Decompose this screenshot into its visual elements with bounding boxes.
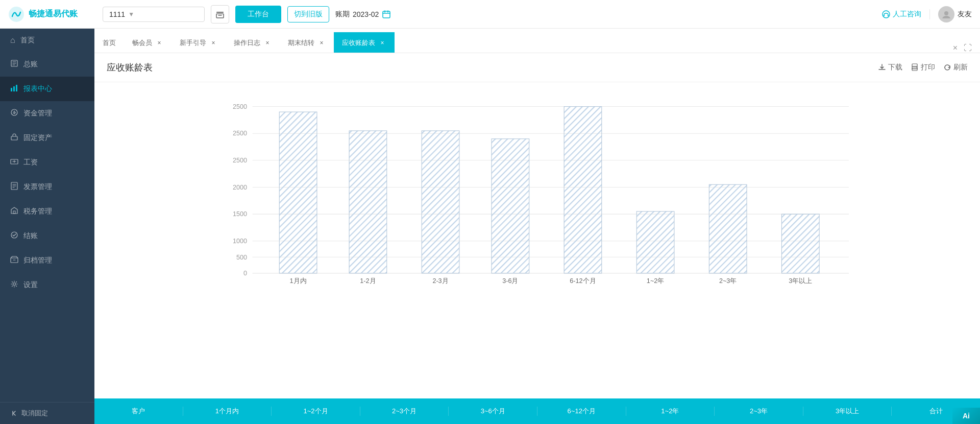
print-label: 打印 [921, 63, 935, 72]
svg-point-4 [883, 11, 890, 18]
period-info: 账期 2023-02 [335, 10, 391, 19]
refresh-icon [943, 63, 951, 72]
print-button[interactable]: 打印 [911, 63, 935, 72]
sidebar-item-label: 首页 [20, 36, 35, 45]
sidebar-collapse[interactable]: 取消固定 [0, 402, 94, 424]
archive-nav-icon [10, 255, 18, 266]
user-icon [941, 9, 951, 19]
svg-rect-11 [16, 85, 17, 91]
download-button[interactable]: 下载 [878, 63, 902, 72]
refresh-button[interactable]: 刷新 [943, 63, 968, 72]
salary-icon [10, 157, 18, 168]
sidebar-item-assets[interactable]: 固定资产 [0, 126, 94, 150]
footer-col-1m: 1个月内 [183, 407, 272, 416]
consult-button[interactable]: 人工咨询 [881, 10, 921, 19]
sidebar-item-settings[interactable]: 设置 [0, 273, 94, 297]
tab-oplog[interactable]: 操作日志 × [226, 32, 280, 53]
tab-aging[interactable]: 应收账龄表 × [334, 32, 395, 53]
svg-rect-46 [492, 139, 529, 273]
page-content: 应收账龄表 下载 [94, 53, 980, 398]
collapse-icon [10, 409, 18, 417]
sidebar-item-funds[interactable]: 资金管理 [0, 101, 94, 126]
footer-col-3y-plus: 3年以上 [803, 407, 892, 416]
header-right: 人工咨询 友友 [881, 6, 972, 22]
logo-text: 畅捷通易代账 [29, 9, 78, 19]
sidebar-item-label: 发票管理 [23, 182, 52, 192]
tab-actions: × ⛶ [945, 43, 980, 53]
sidebar-item-label: 税务管理 [23, 207, 52, 216]
svg-rect-54 [781, 214, 819, 273]
tab-close-aging[interactable]: × [378, 39, 386, 47]
tab-close-member[interactable]: × [155, 39, 163, 47]
print-icon [911, 63, 919, 72]
sidebar-item-label: 工资 [23, 158, 38, 167]
reports-icon [10, 84, 18, 94]
sidebar-item-invoice[interactable]: 发票管理 [0, 175, 94, 199]
archive-icon [215, 10, 225, 19]
user-avatar [938, 6, 954, 22]
tab-label: 期末结转 [288, 38, 314, 48]
refresh-label: 刷新 [953, 63, 968, 72]
svg-text:2~3年: 2~3年 [719, 277, 737, 285]
tab-label: 应收账龄表 [342, 38, 375, 48]
footer-col-2-3m: 2~3个月 [360, 407, 449, 416]
tab-yearend[interactable]: 期末结转 × [280, 32, 334, 53]
tax-icon [10, 206, 18, 217]
period-label: 账期 [335, 10, 350, 19]
svg-rect-52 [709, 184, 747, 273]
page-title: 应收账龄表 [107, 61, 153, 74]
svg-text:1000: 1000 [233, 238, 247, 245]
sidebar-item-salary[interactable]: 工资 [0, 150, 94, 175]
svg-text:1500: 1500 [233, 210, 247, 218]
switch-version-button[interactable]: 切到旧版 [287, 6, 329, 22]
sidebar-nav: ⌂ 首页 总账 报表中心 [0, 29, 94, 402]
svg-rect-9 [11, 88, 12, 91]
tab-label: 畅会员 [132, 38, 152, 48]
svg-text:2500: 2500 [233, 103, 247, 110]
company-selector[interactable]: 1111 ▼ [103, 7, 205, 22]
tab-close-oplog[interactable]: × [263, 39, 272, 47]
sidebar-item-settle[interactable]: 结账 [0, 224, 94, 248]
sidebar-item-home[interactable]: ⌂ 首页 [0, 29, 94, 52]
tab-member[interactable]: 畅会员 × [124, 32, 172, 53]
content-area: 首页 畅会员 × 新手引导 × 操作日志 × 期末结转 × [94, 29, 980, 424]
footer-col-customer: 客户 [94, 407, 183, 416]
ai-assistant-button[interactable]: Ai [952, 408, 980, 424]
close-all-button[interactable]: × [953, 43, 958, 53]
svg-rect-3 [383, 11, 390, 18]
footer-col-1-2y: 1~2年 [626, 407, 715, 416]
fullscreen-button[interactable]: ⛶ [964, 43, 972, 53]
sidebar-item-label: 设置 [23, 280, 38, 290]
workbench-button[interactable]: 工作台 [235, 6, 281, 23]
sidebar-item-reports[interactable]: 报表中心 [0, 77, 94, 101]
main-area: ⌂ 首页 总账 报表中心 [0, 29, 980, 424]
svg-point-7 [944, 11, 948, 15]
svg-rect-48 [564, 107, 602, 273]
tab-bar: 首页 畅会员 × 新手引导 × 操作日志 × 期末结转 × [94, 29, 980, 53]
user-menu[interactable]: 友友 [938, 6, 972, 22]
table-footer: 客户 1个月内 1~2个月 2~3个月 3~6个月 6~12个月 1~2年 2~… [94, 398, 980, 424]
svg-point-19 [13, 283, 16, 286]
tab-close-guide[interactable]: × [209, 39, 217, 47]
svg-rect-42 [349, 131, 387, 273]
invoice-icon [10, 182, 18, 192]
sidebar-item-archive[interactable]: 归档管理 [0, 248, 94, 273]
app-header: 畅捷通易代账 1111 ▼ 工作台 切到旧版 账期 2023-02 [0, 0, 980, 29]
chart-wrap: 2500 2500 2500 2000 1500 1000 500 0 [107, 90, 968, 295]
tab-guide[interactable]: 新手引导 × [172, 32, 226, 53]
tab-close-yearend[interactable]: × [317, 39, 326, 47]
bar-chart: 2500 2500 2500 2000 1500 1000 500 0 [107, 90, 968, 295]
footer-col-6-12m: 6~12个月 [537, 407, 626, 416]
svg-rect-44 [422, 131, 459, 273]
tab-home[interactable]: 首页 [94, 32, 124, 53]
home-icon: ⌂ [10, 36, 15, 45]
svg-text:1~2年: 1~2年 [647, 277, 664, 285]
svg-text:1-2月: 1-2月 [360, 277, 376, 285]
company-name: 1111 [109, 10, 125, 18]
sidebar-item-tax[interactable]: 税务管理 [0, 199, 94, 224]
sidebar-item-ledger[interactable]: 总账 [0, 52, 94, 77]
archive-button[interactable] [211, 5, 229, 23]
tab-label: 操作日志 [234, 38, 260, 48]
download-icon [878, 63, 886, 72]
svg-point-22 [916, 67, 917, 68]
